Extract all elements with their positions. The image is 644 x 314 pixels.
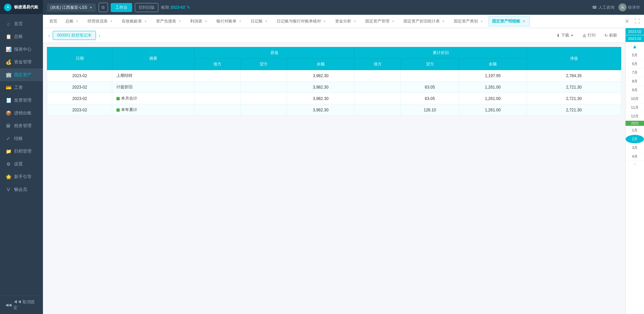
- tab-close-icon[interactable]: ×: [264, 19, 269, 24]
- tab-close-icon[interactable]: ×: [322, 19, 327, 24]
- switch-version-button[interactable]: 切到旧版: [135, 3, 158, 12]
- download-dropdown-icon: ▼: [571, 34, 574, 37]
- copy-button[interactable]: ⧉: [99, 3, 108, 12]
- right-panel-month-1月[interactable]: 1月: [626, 126, 644, 135]
- tab-close-icon[interactable]: ×: [522, 19, 526, 24]
- closing-icon: ✓: [5, 136, 11, 142]
- tab-profit[interactable]: 利润表×: [186, 16, 212, 27]
- sidebar-item-fixed-assets[interactable]: 🏢 固定资产: [0, 68, 43, 81]
- workbench-button[interactable]: 工作台: [111, 3, 132, 12]
- print-button[interactable]: 🖨 打印: [580, 31, 598, 40]
- sub-nav-prev[interactable]: ‹: [48, 33, 50, 38]
- cell-acc-balance: 1,261.00: [459, 104, 527, 116]
- tab-close-icon[interactable]: ×: [109, 19, 114, 24]
- tab-label: 银行对账单: [216, 18, 236, 24]
- right-panel-scroll-up[interactable]: ▲: [626, 42, 644, 51]
- tab-fixed-depreciation[interactable]: 固定资产折旧统计表×: [400, 16, 449, 27]
- period-edit-icon[interactable]: ✎: [186, 5, 191, 10]
- tab-label: 利润表: [190, 18, 202, 24]
- tab-receivable[interactable]: 应收账龄表×: [118, 16, 152, 27]
- sidebar-item-capital[interactable]: 💰 资金管理: [0, 56, 43, 68]
- tab-close-icon[interactable]: ×: [353, 19, 357, 24]
- download-button[interactable]: ⬇ 下载 ▼: [554, 31, 576, 40]
- sidebar-item-home[interactable]: ⌂ 首页: [0, 17, 43, 30]
- tab-fixed-mgmt[interactable]: 固定资产管理×: [362, 16, 399, 27]
- tab-ledger[interactable]: 总账×: [62, 16, 83, 27]
- right-panel-month-4月[interactable]: 4月: [626, 152, 644, 161]
- sidebar-item-archive[interactable]: 📁 归档管理: [0, 145, 43, 158]
- tab-journal-bank[interactable]: 日记账与银行对账单核对×: [273, 16, 331, 27]
- cell-orig-balance: 3,982.30: [287, 93, 355, 104]
- tab-capital-analysis[interactable]: 资金分析×: [331, 16, 361, 27]
- right-panel-month-8月[interactable]: 8月: [626, 77, 644, 86]
- col-date: 日期: [47, 47, 112, 70]
- tab-label: 经营状况表: [88, 18, 108, 24]
- tab-close-icon[interactable]: ×: [238, 19, 243, 24]
- capital-icon: 💰: [5, 59, 11, 65]
- archive-icon: 📁: [5, 148, 11, 154]
- tab-bank[interactable]: 银行对账单×: [213, 16, 246, 27]
- cell-acc-debit: [355, 82, 401, 93]
- cell-orig-balance: 3,982.30: [287, 70, 355, 82]
- right-panel-month-12月[interactable]: 12月: [626, 112, 644, 121]
- sidebar-item-payroll[interactable]: 💳 工资: [0, 81, 43, 94]
- tab-fixed-detail[interactable]: 固定资产明细账×: [488, 16, 530, 27]
- tab-close-icon[interactable]: ×: [143, 19, 148, 24]
- col-net-value: 净值: [527, 47, 621, 70]
- cell-note: 上期结转: [112, 70, 195, 82]
- cell-acc-debit: [355, 93, 401, 104]
- tab-business[interactable]: 经营状况表×: [84, 16, 117, 27]
- sidebar-item-member[interactable]: V 畅会员: [0, 183, 43, 196]
- cell-orig-credit: [240, 104, 287, 116]
- right-panel-month-7月[interactable]: 7月: [626, 68, 644, 77]
- right-panel-month-3月[interactable]: 3月: [626, 144, 644, 152]
- right-panel-nav-icon[interactable]: ○: [626, 161, 644, 167]
- sidebar-item-settings[interactable]: ⚙ 设置: [0, 158, 43, 170]
- support-button[interactable]: ☎ 人工咨询: [592, 5, 614, 10]
- tab-home[interactable]: 首页: [46, 16, 61, 27]
- user-menu[interactable]: 头 徐泽华: [619, 3, 640, 11]
- sidebar-item-reports[interactable]: 📊 报表中心: [0, 43, 43, 56]
- right-panel-month-5月[interactable]: 5月: [626, 51, 644, 60]
- company-selector[interactable]: (劝名) 江西服室-LSS ▼: [47, 3, 96, 12]
- col-original-value: 原值: [194, 47, 354, 59]
- tab-close-icon[interactable]: ×: [204, 19, 208, 24]
- tab-fixed-category[interactable]: 固定资产类别×: [450, 16, 488, 27]
- cell-date: 2023-02: [47, 82, 112, 93]
- sidebar-item-closing[interactable]: ✓ 结账: [0, 132, 43, 145]
- right-panel-month-9月[interactable]: 9月: [626, 86, 644, 95]
- sub-nav-next[interactable]: ›: [99, 33, 100, 38]
- maximize-button[interactable]: ⛶: [633, 17, 641, 26]
- right-panel-month-2月[interactable]: 2月: [626, 135, 644, 144]
- right-panel-month-10月[interactable]: 10月: [626, 95, 644, 103]
- refresh-icon: ↻: [604, 33, 608, 38]
- sidebar-item-ledger[interactable]: 📋 总账: [0, 30, 43, 43]
- right-panel-date-2[interactable]: 2023.02: [626, 35, 644, 42]
- company-dropdown-icon: ▼: [89, 6, 93, 9]
- tab-close-icon[interactable]: ×: [391, 19, 395, 24]
- tab-journal[interactable]: 日记账×: [247, 16, 272, 27]
- sub-nav-item[interactable]: 000001 联想笔记本: [53, 31, 96, 40]
- tab-close-icon[interactable]: ×: [479, 19, 484, 24]
- cell-orig-credit: [240, 93, 287, 104]
- sidebar-item-sales[interactable]: 📦 进销台账: [0, 107, 43, 119]
- cell-acc-balance: 1,197.95: [459, 70, 527, 82]
- tab-close-icon[interactable]: ×: [441, 19, 446, 24]
- close-all-tabs-button[interactable]: ✕: [624, 17, 631, 26]
- tab-balance[interactable]: 资产负债表×: [152, 16, 186, 27]
- right-panel-date-1[interactable]: 2023.02: [626, 28, 644, 35]
- right-panel-month-2023[interactable]: 2023: [626, 121, 644, 126]
- cell-note: 本月合计: [112, 93, 195, 104]
- tab-label: 资金分析: [335, 18, 351, 24]
- sidebar-item-guide[interactable]: 🌟 新手引导: [0, 170, 43, 183]
- right-panel-month-11月[interactable]: 11月: [626, 103, 644, 112]
- header-right: ☎ 人工咨询 头 徐泽华: [592, 3, 640, 11]
- sidebar-unpin-button[interactable]: ◀◀ ◀◀ 取消固定: [0, 296, 43, 314]
- tab-close-icon[interactable]: ×: [177, 19, 182, 24]
- sidebar-item-tax[interactable]: 🏛 税务管理: [0, 119, 43, 132]
- refresh-button[interactable]: ↻ 刷新: [602, 31, 620, 40]
- right-panel-month-6月[interactable]: 6月: [626, 60, 644, 68]
- tab-close-icon[interactable]: ×: [75, 19, 79, 24]
- sidebar-item-invoice[interactable]: 🧾 发票管理: [0, 94, 43, 107]
- cell-orig-balance: 3,982.30: [287, 104, 355, 116]
